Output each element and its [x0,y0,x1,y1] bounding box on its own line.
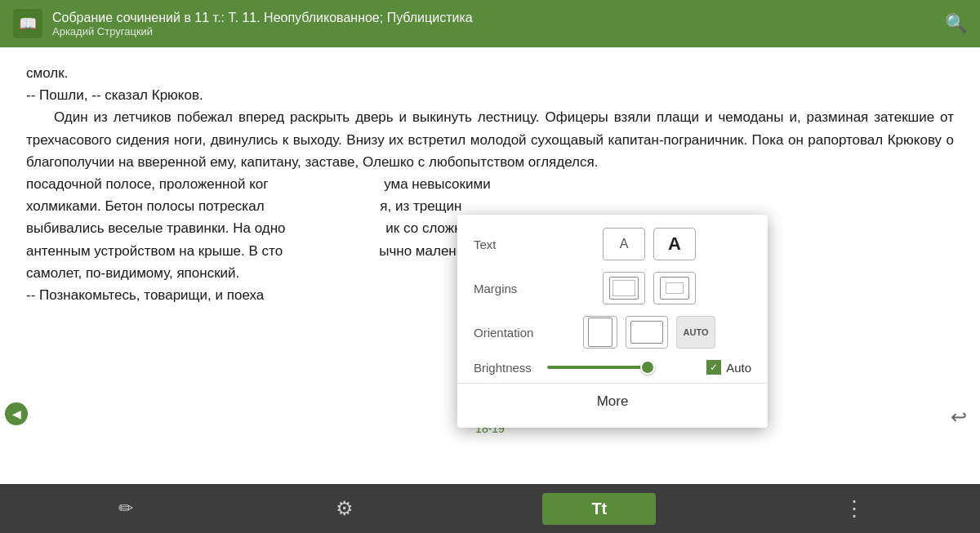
narrow-margin-icon [609,277,639,300]
orientation-label: Orientation [474,326,547,340]
more-button[interactable]: More [474,384,751,420]
orientation-row: Orientation AUTO [474,316,751,349]
text-line-2: -- Пошли, -- сказал Крюков. [26,84,954,106]
brightness-slider[interactable] [547,366,653,369]
landscape-icon [630,321,663,344]
brightness-slider-wrapper [547,366,695,369]
back-button[interactable]: ↩ [951,406,967,429]
text-size-small-button[interactable]: A [603,228,645,260]
search-icon[interactable]: 🔍 [945,13,967,34]
text-line-1: смолк. [26,62,954,84]
book-title: Собрание сочинений в 11 т.: Т. 11. Неопу… [52,10,945,25]
brightness-row: Brightness ✓ Auto [474,360,751,375]
portrait-icon [588,318,612,347]
settings-button[interactable]: ⚙ [324,488,365,529]
more-icon: ⋮ [844,496,865,522]
pen-icon: ✏ [118,498,133,519]
bottom-bar: ✏ ⚙ Tt ⋮ [0,484,980,533]
brightness-thumb[interactable] [640,360,655,375]
auto-checkbox[interactable]: ✓ [706,360,721,375]
scroll-left-button[interactable]: ◀ [5,402,28,425]
settings-popup: Text A A Margins [457,215,768,428]
wide-margin-icon [660,277,689,300]
orientation-options: AUTO [547,316,751,349]
margins-label: Margins [474,282,547,295]
auto-label: Auto [726,361,751,375]
book-author: Аркадий Стругацкий [52,25,945,38]
margins-wide-button[interactable] [653,272,696,304]
margins-options [547,272,751,304]
portrait-button[interactable] [583,316,617,349]
text-label: Text [474,238,547,251]
settings-icon: ⚙ [336,497,354,520]
text-large-label: A [668,233,681,255]
margins-row: Margins [474,272,751,304]
text-options: A A [547,228,751,260]
top-bar-titles: Собрание сочинений в 11 т.: Т. 11. Неопу… [52,10,945,38]
text-format-button[interactable]: Tt [542,493,656,525]
text-small-label: A [620,237,629,251]
text-paragraph-3: Один из летчиков побежал вперед раскрыть… [26,106,954,173]
book-icon: 📖 [13,9,42,38]
text-row: Text A A [474,228,751,260]
top-bar: 📖 Собрание сочинений в 11 т.: Т. 11. Нео… [0,0,980,47]
margins-narrow-button[interactable] [603,272,645,304]
orientation-auto-button[interactable]: AUTO [676,316,716,349]
more-options-button[interactable]: ⋮ [834,488,875,529]
content-area: смолк. -- Пошли, -- сказал Крюков. Один … [0,47,980,484]
text-size-large-button[interactable]: A [653,228,696,260]
orient-auto-label: AUTO [684,327,709,337]
text-line-4a: посадочной полосе, проложенной ког ума н… [26,173,954,195]
pen-button[interactable]: ✏ [105,488,146,529]
auto-brightness-check[interactable]: ✓ Auto [706,360,751,375]
landscape-button[interactable] [626,316,668,349]
brightness-label: Brightness [474,361,547,375]
